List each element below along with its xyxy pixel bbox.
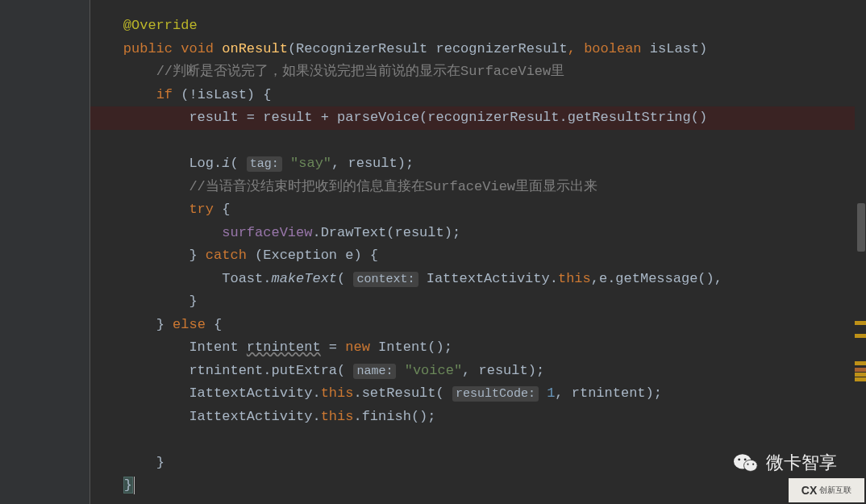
scrollbar[interactable] [855, 0, 866, 504]
param-name: recognizerResult [436, 41, 568, 56]
param-hint-context: context: [353, 272, 418, 287]
code-line: } else { [90, 314, 866, 337]
condition: (!isLast) { [181, 87, 271, 102]
param-name: isLast [650, 41, 699, 56]
wechat-icon [734, 452, 758, 473]
code-line: //当语音没结束时把收到的信息直接在SurfaceView里面显示出来 [90, 176, 866, 199]
svg-point-1 [744, 460, 758, 471]
keyword-void: void [181, 41, 214, 56]
code-line: surfaceView.DrawText(result); [90, 222, 866, 245]
svg-point-5 [752, 464, 754, 465]
code-line-empty [90, 130, 866, 153]
code-line: } catch (Exception e) { [90, 244, 866, 268]
warning-marker[interactable] [855, 377, 866, 381]
variable-rtnintent: rtnintent [247, 339, 321, 355]
keyword-this: this [558, 271, 591, 286]
field-surfaceview: surfaceView [222, 225, 312, 240]
keyword-catch: catch [206, 248, 247, 263]
warning-marker[interactable] [855, 368, 866, 372]
warning-marker[interactable] [855, 361, 866, 365]
comment: //当语音没结束时把收到的信息直接在SurfaceView里面显示出来 [189, 179, 597, 194]
keyword-if: if [156, 87, 173, 102]
svg-point-4 [747, 464, 748, 465]
code-area[interactable]: @Override public void onResult(Recognize… [90, 0, 866, 504]
code-line-cursor: } [90, 474, 866, 498]
variable: result [189, 110, 238, 125]
string-literal: "voice" [405, 363, 462, 378]
code-line: IattextActivity.this.finish(); [90, 406, 866, 429]
comment: //判断是否说完了，如果没说完把当前说的显示在SurfaceView里 [156, 64, 565, 79]
keyword-new: new [345, 339, 370, 355]
warning-marker[interactable] [855, 334, 866, 338]
string-literal: "say" [290, 156, 331, 171]
variable: result [263, 110, 312, 125]
text-cursor [134, 477, 135, 494]
watermark-text: 微卡智享 [766, 451, 837, 475]
warning-marker[interactable] [855, 373, 866, 377]
code-line: Intent rtnintent = new Intent(); [90, 336, 866, 360]
gutter [0, 0, 90, 504]
code-line: rtnintent.putExtra( name: "voice", resul… [90, 360, 866, 383]
code-editor[interactable]: @Override public void onResult(Recognize… [0, 0, 866, 504]
keyword-boolean: boolean [584, 41, 641, 56]
svg-point-3 [744, 458, 747, 460]
static-method: makeText [271, 271, 337, 286]
keyword-this: this [321, 409, 354, 424]
keyword-this: this [321, 385, 354, 401]
code-line-empty [90, 428, 866, 452]
code-line: Log.i( tag: "say", result); [90, 152, 866, 176]
brand-mark: CX [801, 484, 817, 497]
param-hint-tag: tag: [247, 156, 282, 172]
code-line: //判断是否说完了，如果没说完把当前说的显示在SurfaceView里 [90, 60, 866, 84]
code-line: if (!isLast) { [90, 84, 866, 107]
code-line: IattextActivity.this.setResult( resultCo… [90, 382, 866, 406]
type-intent: Intent [189, 339, 246, 355]
code-line: } [90, 290, 866, 314]
keyword-else: else [173, 317, 206, 332]
param-hint-resultcode: resultCode: [452, 386, 539, 402]
wechat-watermark: 微卡智享 [734, 451, 837, 475]
method-name: onResult [222, 41, 288, 56]
code-line: @Override [90, 15, 866, 38]
annotation-override: @Override [123, 18, 198, 33]
warning-marker[interactable] [855, 321, 866, 325]
scroll-thumb[interactable] [857, 203, 865, 252]
log-method: i [222, 156, 230, 171]
highlighted-code-line: result = result + parseVoice(recognizerR… [90, 106, 866, 130]
code-line: Toast.makeText( context: IattextActivity… [90, 268, 866, 291]
svg-point-2 [738, 458, 740, 460]
matching-brace: } [123, 477, 133, 494]
param-hint-name: name: [353, 364, 396, 379]
code-line: try { [90, 198, 866, 222]
number-literal: 1 [547, 385, 555, 401]
corner-brand-logo: CX 创新互联 [789, 478, 864, 502]
keyword-public: public [123, 41, 173, 56]
keyword-try: try [189, 202, 214, 217]
param-type: RecognizerResult [296, 41, 427, 56]
log-class: Log [189, 156, 214, 171]
code-line: public void onResult(RecognizerResult re… [90, 38, 866, 61]
